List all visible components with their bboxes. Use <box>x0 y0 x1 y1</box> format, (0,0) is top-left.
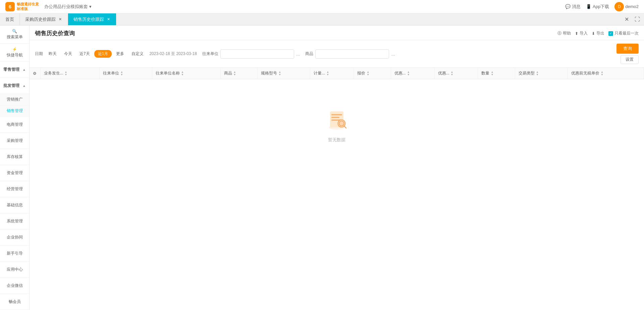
help-button[interactable]: ⓪ 帮助 <box>557 31 571 36</box>
sort-arrows-measure: ▲▼ <box>326 71 329 76</box>
filter-action-area: 查询 设置 <box>616 44 639 64</box>
date-btn-today[interactable]: 今天 <box>61 50 75 58</box>
date-filter-label: 日期 <box>35 51 43 57</box>
sort-arrows-price: ▲▼ <box>367 71 369 76</box>
message-icon: 💬 <box>565 4 571 9</box>
sort-arrows-date: ▲▼ <box>65 71 67 76</box>
filter-area: 日期 昨天 今天 近7天 近1月 更多 自定义 2023-02-18 至 202… <box>30 40 644 68</box>
close-window-button[interactable]: ✕ <box>623 15 631 23</box>
sidebar-item-collab[interactable]: 企业协同 <box>0 229 29 246</box>
import-button[interactable]: ⬆ 导入 <box>575 31 588 36</box>
import-icon: ⬆ <box>575 31 578 36</box>
th-settings[interactable]: ⚙ <box>30 68 40 79</box>
query-button[interactable]: 查询 <box>616 44 639 54</box>
goods-filter-input[interactable] <box>315 49 389 59</box>
table-container: ⚙ 业务发生... ▲▼ 往来单位 ▲▼ <box>30 68 644 310</box>
header-left: 6 畅捷通好生意 标准版 办公用品行业模拟账套 ▾ <box>5 2 94 11</box>
date-btn-more[interactable]: 更多 <box>113 50 127 58</box>
unit-filter-dots[interactable]: ... <box>296 51 300 57</box>
main-content: 销售历史价查询 ⓪ 帮助 ⬆ 导入 ⬇ 导出 ✓ 只看最后一次 <box>30 25 644 310</box>
sort-arrows-trade: ▲▼ <box>536 71 539 76</box>
date-buttons: 昨天 今天 近7天 近1月 更多 自定义 <box>46 50 147 58</box>
sidebar-item-operations[interactable]: 经营管理 <box>0 181 29 197</box>
goods-filter-dots[interactable]: ... <box>391 51 395 57</box>
sidebar-item-basic-info[interactable]: 基础信息 <box>0 197 29 213</box>
sort-arrows-unitname: ▲▼ <box>181 71 184 76</box>
th-pretax-price[interactable]: 优惠前无税单价 ▲▼ <box>568 68 644 79</box>
unit-filter-label: 往来单位 <box>202 51 218 57</box>
tab-close-sales[interactable]: ✕ <box>106 17 111 22</box>
message-nav-item[interactable]: 💬 消息 <box>565 4 581 10</box>
sidebar-item-shortcuts[interactable]: ⚡ 快捷导航 <box>0 44 29 62</box>
th-unit-name[interactable]: 往来单位名称 ▲▼ <box>152 68 221 79</box>
th-trade-type[interactable]: 交易类型 ▲▼ <box>515 68 568 79</box>
table-header: ⚙ 业务发生... ▲▼ 往来单位 ▲▼ <box>30 68 644 79</box>
th-discount2[interactable]: 优惠... ▲▼ <box>434 68 478 79</box>
sidebar-item-ecommerce[interactable]: 电商管理 <box>0 117 29 133</box>
data-table: ⚙ 业务发生... ▲▼ 往来单位 ▲▼ <box>30 68 644 170</box>
tab-purchase-history[interactable]: 采购历史价跟踪 ✕ <box>20 13 68 25</box>
logo-icon: 6 <box>5 2 15 11</box>
date-btn-custom[interactable]: 自定义 <box>128 50 147 58</box>
retail-arrow-icon: ▲ <box>22 68 26 71</box>
date-btn-1month[interactable]: 近1月 <box>94 50 112 58</box>
svg-rect-3 <box>331 117 339 118</box>
help-icon: ⓪ <box>557 31 561 36</box>
sidebar-item-search[interactable]: 🔍 搜索菜单 <box>0 25 29 44</box>
sort-arrows-unit: ▲▼ <box>120 71 123 76</box>
last-only-checkbox[interactable]: ✓ 只看最后一次 <box>608 31 639 36</box>
tab-bar: 首页 采购历史价跟踪 ✕ 销售历史价跟踪 ✕ ✕ ⛶ <box>0 13 644 25</box>
sort-arrows-qty: ▲▼ <box>491 71 493 76</box>
th-business-date[interactable]: 业务发生... ▲▼ <box>40 68 100 79</box>
tab-close-purchase[interactable]: ✕ <box>58 17 62 22</box>
th-spec[interactable]: 规格型号 ▲▼ <box>258 68 310 79</box>
sidebar-item-system[interactable]: 系统管理 <box>0 213 29 229</box>
settings-icon: ⚙ <box>33 71 37 76</box>
unit-filter-group: 往来单位 ... <box>202 49 300 59</box>
sidebar-item-guide[interactable]: 新手引导 <box>0 246 29 262</box>
th-unit-code[interactable]: 往来单位 ▲▼ <box>100 68 152 79</box>
table-body: 暂无数据 <box>30 79 644 170</box>
th-discount1[interactable]: 优惠... ▲▼ <box>391 68 434 79</box>
date-range-display: 2023-02-18 至 2023-03-18 <box>149 51 197 57</box>
avatar: D <box>614 2 624 11</box>
page-header: 销售历史价查询 ⓪ 帮助 ⬆ 导入 ⬇ 导出 ✓ 只看最后一次 <box>30 25 644 40</box>
sidebar-item-marketing[interactable]: 营销推广 <box>0 94 29 105</box>
sidebar-item-member[interactable]: 畅会员 <box>0 294 29 310</box>
export-button[interactable]: ⬇ 导出 <box>592 31 604 36</box>
goods-filter-label: 商品 <box>305 51 313 57</box>
sidebar-item-purchase[interactable]: 采购管理 <box>0 133 29 149</box>
th-goods[interactable]: 商品 ▲▼ <box>220 68 257 79</box>
sort-arrows-spec: ▲▼ <box>278 71 281 76</box>
header-right: 💬 消息 📱 App下载 D demo2 <box>565 2 639 11</box>
workspace-selector[interactable]: 办公用品行业模拟账套 ▾ <box>42 3 94 10</box>
unit-filter-input[interactable] <box>220 49 294 59</box>
th-price[interactable]: 报价 ▲▼ <box>354 68 391 79</box>
search-icon: 🔍 <box>12 29 17 34</box>
sidebar-item-appstore[interactable]: 应用中心 <box>0 262 29 278</box>
tab-sales-history[interactable]: 销售历史价跟踪 ✕ <box>68 13 116 25</box>
tab-home[interactable]: 首页 <box>0 13 20 25</box>
svg-rect-2 <box>331 114 342 115</box>
sidebar-item-wechat[interactable]: 企业微信 <box>0 278 29 294</box>
sidebar-item-inventory[interactable]: 库存核算 <box>0 149 29 165</box>
wholesale-arrow-icon: ▲ <box>22 84 26 88</box>
sort-arrows-pretax: ▲▼ <box>601 71 603 76</box>
sidebar-item-sales-mgmt[interactable]: 销售管理 <box>0 105 29 117</box>
sidebar-item-finance[interactable]: 资金管理 <box>0 165 29 181</box>
sidebar: 🔍 搜索菜单 ⚡ 快捷导航 零售管理 ▲ 批发管理 ▲ 营销推广 销售管理 电商… <box>0 25 30 310</box>
sidebar-item-retail[interactable]: 零售管理 ▲ <box>0 62 29 78</box>
empty-text: 暂无数据 <box>328 137 345 143</box>
layout: 🔍 搜索菜单 ⚡ 快捷导航 零售管理 ▲ 批发管理 ▲ 营销推广 销售管理 电商… <box>0 25 644 310</box>
th-qty[interactable]: 数量 ▲▼ <box>478 68 515 79</box>
date-btn-yesterday[interactable]: 昨天 <box>46 50 60 58</box>
sidebar-item-wholesale[interactable]: 批发管理 ▲ <box>0 78 29 94</box>
user-nav-item[interactable]: D demo2 <box>614 2 639 11</box>
date-btn-7days[interactable]: 近7天 <box>76 50 93 58</box>
th-unit-measure[interactable]: 计量... ▲▼ <box>310 68 354 79</box>
download-nav-item[interactable]: 📱 App下载 <box>586 4 609 10</box>
maximize-window-button[interactable]: ⛶ <box>633 15 641 23</box>
setting-button[interactable]: 设置 <box>621 55 639 64</box>
checkbox-icon: ✓ <box>608 31 613 36</box>
logo-area: 6 畅捷通好生意 标准版 <box>5 2 39 11</box>
